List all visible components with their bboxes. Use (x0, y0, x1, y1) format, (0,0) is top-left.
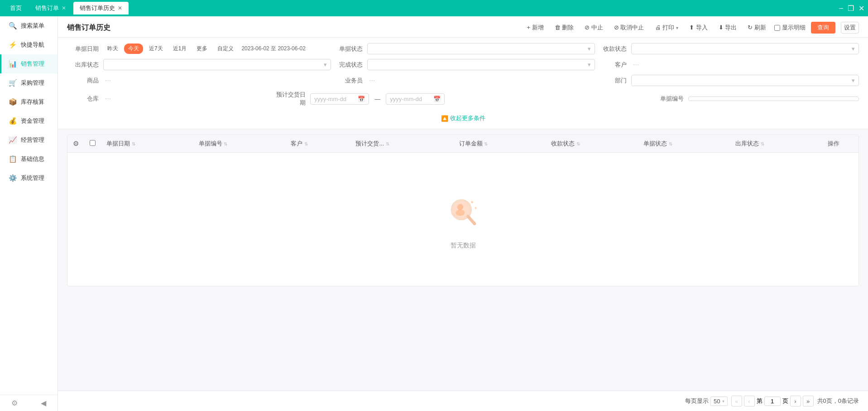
amount-sort-icon: ⇅ (484, 141, 488, 146)
last-page-button[interactable]: » (803, 396, 814, 406)
content-area: 销售订单历史 + 新增 🗑 删除 ⊘ 中止 ⊘ 取消中止 🖨 打印 ▾ (58, 16, 868, 411)
refresh-button[interactable]: ↻ 刷新 (745, 22, 769, 33)
next-page-button[interactable]: › (790, 396, 801, 406)
tab-sales-order-close[interactable]: ✕ (62, 5, 66, 11)
print-button-label: 🖨 打印 (655, 24, 675, 32)
empty-row: ✦ ✦ 暂无数据 (67, 153, 858, 286)
order-no-control (688, 97, 859, 101)
date-btn-custom[interactable]: 自定义 (213, 44, 238, 54)
warehouse-dots-button[interactable]: ··· (105, 95, 111, 103)
filter-area: 单据日期 昨天 今天 近7天 近1月 更多 自定义 2023-06-02 至 2… (58, 38, 868, 129)
collapse-button[interactable]: 🔼 收起更多条件 (441, 114, 485, 122)
th-amount[interactable]: 订单金额 ⇅ (454, 135, 546, 153)
page-number-input[interactable] (764, 396, 781, 406)
new-button[interactable]: + 新增 (524, 22, 546, 33)
sidebar-item-search-menu[interactable]: 🔍 搜索菜单 (0, 16, 58, 35)
date-btn-yesterday[interactable]: 昨天 (103, 44, 122, 54)
sidebar-item-system-mgmt[interactable]: ⚙️ 系统管理 (0, 169, 58, 188)
th-order-no[interactable]: 单据编号 ⇅ (193, 135, 286, 153)
payment-status-label: 收款状态 (595, 45, 631, 53)
export-button[interactable]: ⬇ 导出 (716, 22, 740, 33)
complete-status-select[interactable]: ▾ (367, 59, 595, 70)
page-size-dropdown[interactable]: 50 ▾ (710, 396, 727, 406)
close-icon[interactable]: ✕ (858, 4, 864, 13)
restore-icon[interactable]: ❐ (848, 4, 854, 13)
date-btn-1month[interactable]: 近1月 (169, 44, 191, 54)
cancel-stop-button[interactable]: ⊘ 取消中止 (611, 22, 647, 33)
sidebar-item-sales-mgmt[interactable]: 📊 销售管理 (0, 54, 58, 73)
salesperson-dots-button[interactable]: ··· (369, 77, 375, 85)
import-button[interactable]: ⬆ 导入 (686, 22, 710, 33)
first-page-button[interactable]: « (731, 396, 742, 406)
inventory-calc-icon: 📦 (9, 98, 17, 106)
page-title: 销售订单历史 (67, 23, 110, 33)
warehouse-label: 仓库 (67, 95, 103, 103)
th-customer[interactable]: 客户 ⇅ (285, 135, 350, 153)
salesperson-control: ··· (367, 77, 595, 85)
complete-status-control: ▾ (367, 59, 595, 70)
show-detail-toggle[interactable]: 显示明细 (774, 24, 806, 32)
top-bar: 首页 销售订单 ✕ 销售订单历史 ✕ – ❐ ✕ (0, 0, 868, 16)
calendar-start-icon[interactable]: 📅 (358, 96, 365, 102)
order-status-select[interactable]: ▾ (367, 43, 595, 54)
order-no-input[interactable] (688, 97, 859, 101)
sidebar-item-purchase-mgmt[interactable]: 🛒 采购管理 (0, 73, 58, 92)
delete-button[interactable]: 🗑 删除 (552, 22, 577, 33)
calendar-end-icon[interactable]: 📅 (433, 96, 441, 102)
customer-dots-button[interactable]: ··· (633, 61, 639, 69)
date-btn-today[interactable]: 今天 (124, 44, 143, 54)
sidebar-item-inventory-calc[interactable]: 📦 库存核算 (0, 92, 58, 111)
customer-sort-icon: ⇅ (304, 141, 308, 146)
th-delivery-date[interactable]: 预计交货... ⇅ (350, 135, 454, 153)
delivery-date-start-input[interactable]: yyyy-mm-dd 📅 (310, 93, 369, 105)
prev-page-button[interactable]: ‹ (744, 396, 755, 406)
tab-sales-order-history[interactable]: 销售订单历史 ✕ (73, 2, 129, 15)
th-checkbox (84, 135, 101, 153)
sidebar-settings-icon[interactable]: ⚙ (11, 399, 18, 407)
th-date[interactable]: 单据日期 ⇅ (101, 135, 193, 153)
delivery-date-label: 预计交货日期 (274, 91, 310, 107)
sidebar-item-operations-mgmt[interactable]: 📈 经营管理 (0, 131, 58, 150)
date-btn-7days[interactable]: 近7天 (145, 44, 167, 54)
payment-status-dropdown-icon: ▾ (852, 45, 855, 52)
import-button-label: ⬆ 导入 (689, 24, 708, 32)
minimize-icon[interactable]: – (839, 4, 843, 12)
tab-sales-order[interactable]: 销售订单 ✕ (29, 2, 72, 15)
sidebar-item-purchase-mgmt-label: 采购管理 (21, 79, 44, 87)
print-button[interactable]: 🖨 打印 ▾ (652, 22, 681, 33)
outbound-status-select[interactable]: ▾ (103, 59, 331, 70)
select-all-checkbox[interactable] (90, 140, 96, 146)
sales-mgmt-icon: 📊 (9, 60, 17, 68)
tab-sales-order-history-close[interactable]: ✕ (118, 5, 122, 11)
search-menu-icon: 🔍 (9, 22, 17, 30)
th-order-status[interactable]: 单据状态 ⇅ (638, 135, 730, 153)
delivery-date-end-input[interactable]: yyyy-mm-dd 📅 (386, 93, 445, 105)
product-dots-button[interactable]: ··· (105, 77, 111, 85)
th-outbound-status[interactable]: 出库状态 ⇅ (730, 135, 822, 153)
date-label: 单据日期 (67, 45, 103, 53)
per-page-value: 50 (714, 398, 720, 405)
date-btn-more[interactable]: 更多 (192, 44, 211, 54)
quick-nav-icon: ⚡ (9, 41, 17, 49)
sidebar-item-finance-mgmt[interactable]: 💰 资金管理 (0, 111, 58, 131)
department-select[interactable]: ▾ (631, 75, 859, 86)
date-buttons: 昨天 今天 近7天 近1月 更多 自定义 (103, 44, 238, 54)
table-settings-icon[interactable]: ⚙ (73, 140, 79, 147)
print-dropdown-icon[interactable]: ▾ (676, 25, 678, 30)
sidebar-item-quick-nav[interactable]: ⚡ 快捷导航 (0, 35, 58, 54)
th-payment-status[interactable]: 收款状态 ⇅ (546, 135, 638, 153)
th-action-label: 操作 (828, 140, 839, 147)
product-control: ··· (103, 77, 331, 85)
show-detail-label: 显示明细 (782, 24, 806, 32)
payment-status-select[interactable]: ▾ (631, 43, 859, 54)
page-size-select: 每页显示 50 ▾ (685, 396, 727, 406)
stop-button[interactable]: ⊘ 中止 (582, 22, 606, 33)
query-button[interactable]: 查询 (811, 22, 835, 34)
sidebar-collapse-icon[interactable]: ◀ (41, 399, 46, 407)
tab-home[interactable]: 首页 (4, 2, 28, 15)
sidebar-item-basic-info[interactable]: 📋 基础信息 (0, 150, 58, 169)
table-container: ⚙ 单据日期 ⇅ 单据编号 ⇅ (67, 135, 859, 286)
th-action: 操作 (822, 135, 858, 153)
show-detail-checkbox[interactable] (774, 25, 780, 31)
settings-button[interactable]: 设置 (841, 22, 859, 34)
